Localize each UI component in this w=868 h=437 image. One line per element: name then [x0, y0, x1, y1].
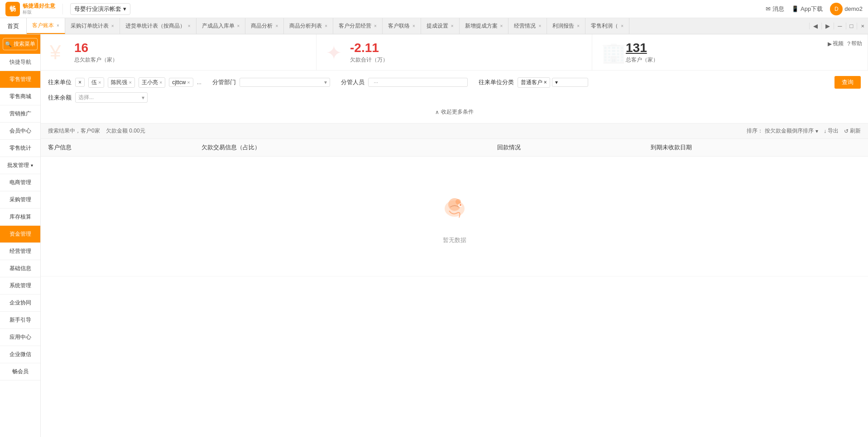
tab-close-plan[interactable]: ×	[500, 24, 503, 28]
tab-nav-prev[interactable]: ◀	[809, 23, 821, 29]
tab-product-analysis-list[interactable]: 商品分析列表 ×	[284, 18, 333, 34]
tab-close-all[interactable]: ×	[857, 23, 868, 29]
close-classify[interactable]: ×	[544, 79, 547, 86]
table-header-row: 客户信息 欠款交易信息（占比） 回款情况 到期未收款日期	[41, 139, 868, 157]
export-btn[interactable]: ↓ 导出	[824, 127, 839, 135]
tab-close-product-in[interactable]: ×	[237, 24, 240, 28]
collapse-icon: ∧	[435, 109, 439, 115]
sidebar-item-new-guide[interactable]: 新手引导	[0, 312, 40, 329]
tab-purchase-order[interactable]: 采购订单统计表 ×	[65, 18, 120, 34]
stat-value-all: 131	[626, 41, 658, 55]
empty-text: 暂无数据	[443, 236, 466, 244]
tab-close-analysis[interactable]: ×	[275, 24, 278, 28]
sort-selector[interactable]: 排序： 按欠款金额倒序排序 ▾	[747, 127, 818, 135]
sidebar-item-operation[interactable]: 经营管理	[0, 243, 40, 260]
sidebar-item-inventory[interactable]: 库存核算	[0, 209, 40, 226]
tab-close-profit[interactable]: ×	[577, 24, 580, 28]
tab-retail-profit[interactable]: 零售利润（ ×	[585, 18, 629, 34]
logo-area: 畅 畅捷通好生意 标版	[5, 2, 55, 16]
tab-product-analysis[interactable]: 商品分析 ×	[245, 18, 284, 34]
data-table: 客户信息 欠款交易信息（占比） 回款情况 到期未收款日期	[41, 139, 868, 276]
tab-nav-next[interactable]: ▶	[821, 23, 834, 29]
filter-row-1: 往来单位 × 伍 × 陈民强 × 王小亮 × cjttcw	[48, 76, 861, 89]
close-tag-chen[interactable]: ×	[129, 80, 131, 85]
sidebar-item-basic-info[interactable]: 基础信息	[0, 260, 40, 277]
help-btn[interactable]: ? 帮助	[847, 40, 862, 48]
sidebar-item-quick-nav[interactable]: 快捷导航	[0, 54, 40, 71]
stat-value-customers: 16	[74, 41, 118, 55]
header-left: 畅 畅捷通好生意 标版 母婴行业演示帐套 ▾	[5, 2, 130, 16]
sidebar-item-enterprise-coop[interactable]: 企业协同	[0, 294, 40, 312]
tab-product-in[interactable]: 产成品入库单 ×	[197, 18, 246, 34]
message-btn[interactable]: ✉ 消息	[766, 5, 784, 13]
empty-state: 暂无数据	[48, 161, 861, 271]
sidebar-item-wholesale[interactable]: 批发管理 ▾	[0, 157, 40, 174]
sidebar-item-member[interactable]: 会员中心	[0, 123, 40, 140]
help-icon: ?	[847, 41, 850, 47]
tab-operations[interactable]: 经营情况 ×	[508, 18, 547, 34]
tab-close-contact[interactable]: ×	[412, 24, 415, 28]
sidebar-item-system[interactable]: 系统管理	[0, 277, 40, 294]
filter-tag-cjttcw: cjttcw ×	[169, 78, 193, 87]
search-icon: 🔍	[5, 41, 12, 48]
sidebar-item-vip[interactable]: 畅会员	[0, 363, 40, 380]
stat-total-customers: ¥ 16 总欠款客户（家）	[41, 34, 317, 70]
content-area: ¥ 16 总欠款客户（家） ✦ -2.11 欠款合计（万） 🏢 131	[41, 34, 868, 437]
tab-profit[interactable]: 利润报告 ×	[547, 18, 585, 34]
tab-customer-contact[interactable]: 客户联络 ×	[383, 18, 421, 34]
result-summary: 搜索结果中，客户0家 欠款金额 0.00元	[48, 127, 145, 135]
sidebar-item-enterprise-wechat[interactable]: 企业微信	[0, 346, 40, 363]
store-selector[interactable]: 母婴行业演示帐套 ▾	[70, 3, 130, 15]
tab-promotion-settings[interactable]: 提成设置 ×	[421, 18, 460, 34]
tab-close-purchase[interactable]: ×	[111, 24, 114, 28]
close-tag-wang[interactable]: ×	[159, 80, 162, 85]
collapse-btn[interactable]: ∧ 收起更多条件	[435, 108, 474, 116]
balance-label: 往来余额	[48, 94, 72, 102]
close-tag-wu[interactable]: ×	[98, 80, 101, 85]
tab-close-stock[interactable]: ×	[188, 24, 191, 28]
tab-close-segment[interactable]: ×	[374, 24, 377, 28]
result-bar: 搜索结果中，客户0家 欠款金额 0.00元 排序： 按欠款金额倒序排序 ▾ ↓ …	[41, 124, 868, 139]
app-download-btn[interactable]: 📱 App下载	[791, 5, 823, 13]
sidebar-item-marketing[interactable]: 营销推广	[0, 105, 40, 123]
tab-add-plan[interactable]: 新增提成方案 ×	[460, 18, 509, 34]
personnel-input[interactable]: ···	[368, 78, 468, 87]
dept-input[interactable]: ▾	[240, 78, 330, 87]
sidebar-item-retail-mgmt[interactable]: 零售管理	[0, 71, 40, 88]
tab-minimize[interactable]: ─	[834, 23, 845, 29]
tab-customer-book[interactable]: 客户账本 ×	[27, 18, 65, 34]
sidebar-item-retail-mall[interactable]: 零售商城	[0, 88, 40, 105]
tab-maximize[interactable]: □	[846, 23, 857, 29]
filter-tag-wu: 伍 ×	[88, 77, 104, 88]
tab-close-operations[interactable]: ×	[538, 24, 541, 28]
balance-input[interactable]: 选择... ▾	[75, 92, 148, 103]
refresh-btn[interactable]: ↺ 刷新	[844, 127, 861, 135]
tab-home[interactable]: 首页	[0, 18, 27, 34]
balance-arrow-icon: ▾	[142, 95, 144, 101]
close-tag-cjttcw[interactable]: ×	[187, 80, 190, 85]
logo-icon: 畅	[5, 2, 20, 16]
tab-close-analysis-list[interactable]: ×	[325, 24, 327, 28]
tab-customer-segment[interactable]: 客户分层经营 ×	[333, 18, 383, 34]
sidebar-item-app-center[interactable]: 应用中心	[0, 329, 40, 346]
result-actions: 排序： 按欠款金额倒序排序 ▾ ↓ 导出 ↺ 刷新	[747, 127, 861, 135]
filter-more-btn[interactable]: ...	[197, 79, 201, 86]
tab-close-promotion[interactable]: ×	[451, 24, 454, 28]
video-btn[interactable]: ▶ 视频	[828, 40, 844, 48]
tab-stock-stats[interactable]: 进货单统计表（按商品） ×	[120, 18, 197, 34]
sidebar-item-capital[interactable]: 资金管理	[0, 226, 40, 243]
classify-dropdown[interactable]: ▾	[552, 78, 588, 87]
unit-label: 往来单位	[48, 78, 72, 86]
col-repayment: 回款情况	[490, 139, 643, 157]
search-menu-btn[interactable]: 🔍 搜索菜单	[3, 38, 38, 50]
user-avatar[interactable]: D demo2	[830, 3, 863, 15]
stat-info-amount: -2.11 欠款合计（万）	[350, 41, 388, 64]
sidebar-item-purchase[interactable]: 采购管理	[0, 191, 40, 209]
sidebar-item-retail-stats[interactable]: 零售统计	[0, 140, 40, 157]
version-badge: 标版	[23, 10, 55, 15]
query-btn[interactable]: 查询	[834, 76, 861, 89]
tab-close-customer-book[interactable]: ×	[57, 23, 59, 28]
tab-close-retail-profit[interactable]: ×	[621, 24, 623, 28]
sidebar-item-ecommerce[interactable]: 电商管理	[0, 174, 40, 191]
stat-label-amount: 欠款合计（万）	[350, 56, 388, 64]
